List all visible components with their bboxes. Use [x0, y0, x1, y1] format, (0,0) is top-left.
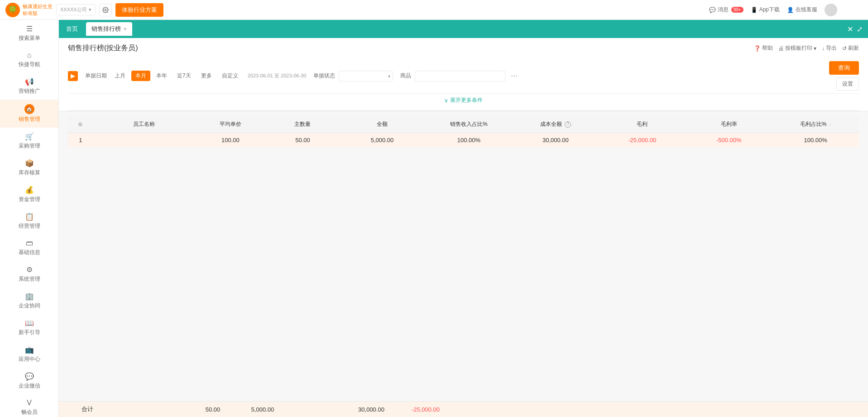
sidebar-wechat-label: 企业微信 [19, 382, 40, 390]
avatar[interactable] [825, 4, 837, 16]
app-download-btn[interactable]: 📱 App下载 [751, 6, 780, 14]
page-header: 销售排行榜(按业务员) ❓ 帮助 🖨 按模板打印 ▾ [59, 38, 868, 111]
th-gross-label: 毛利 [637, 121, 647, 127]
date-filter-label: 单据日期 [85, 72, 107, 80]
cell-gross: -25,000.00 [599, 133, 686, 148]
date-tab-7days[interactable]: 近7天 [173, 71, 195, 81]
status-select[interactable] [339, 71, 393, 81]
trial-button[interactable]: 体验行业方案 [115, 3, 163, 17]
help-label: 帮助 [762, 44, 773, 52]
status-filter-group: 单据状态 [313, 71, 393, 81]
expand-chevron-icon: ∨ [444, 97, 448, 104]
sidebar-item-purchase[interactable]: 🛒 采购管理 [0, 128, 58, 154]
th-gross-rate-label: 毛利率 [721, 121, 737, 127]
filter-toggle-btn[interactable]: ▶ [68, 71, 78, 81]
date-tab-last-month[interactable]: 上月 [110, 71, 129, 81]
tab-bar: 首页 销售排行榜 × ✕ ⤢ [59, 20, 868, 38]
enterprise-icon: 🏢 [25, 292, 34, 301]
company-name: XXXXX公司 [60, 6, 87, 13]
footer-row: 合计 50.00 5,000.00 30,000.00 -25,000.00 [68, 405, 859, 413]
sidebar-item-enterprise[interactable]: 🏢 企业协同 [0, 288, 58, 314]
help-link[interactable]: ❓ 帮助 [754, 44, 773, 52]
sidebar-inventory-label: 库存核算 [19, 169, 40, 177]
tab-home[interactable]: 首页 [59, 20, 85, 38]
sidebar-system-label: 系统管理 [19, 275, 40, 283]
settings-icon-btn[interactable] [99, 4, 112, 16]
sidebar: ☰ 搜索菜单 ⌂ 快捷导航 📢 营销推广 🏠 销售管理 🛒 采购管理 📦 库 [0, 20, 59, 417]
search-button[interactable]: 查询 [829, 61, 859, 75]
goods-input[interactable] [415, 71, 505, 81]
data-table: ⚙ 员工名称 平均单价 主数量 [68, 116, 859, 148]
date-tab-more[interactable]: 更多 [197, 71, 216, 81]
date-tabs: 上月 本月 本年 近7天 更多 自定义 [110, 71, 242, 81]
sidebar-guide-label: 新手引导 [19, 329, 40, 336]
wechat-icon: 💬 [25, 372, 34, 381]
sidebar-apps-label: 应用中心 [19, 355, 40, 363]
set-button[interactable]: 设置 [836, 77, 859, 91]
footer-amount: 5,000.00 [235, 406, 290, 413]
logo-area: 🍀 畅康通好生意 标准版 [5, 3, 53, 17]
th-amount: 全额 [339, 116, 425, 133]
sidebar-item-apps[interactable]: 📺 应用中心 [0, 341, 58, 368]
sidebar-basic-label: 基础信息 [19, 249, 40, 256]
sidebar-item-nav[interactable]: ⌂ 快捷导航 [0, 47, 58, 73]
status-filter-label: 单据状态 [313, 72, 335, 80]
logo-icon: 🍀 [5, 3, 20, 17]
sidebar-item-basic[interactable]: 🗃 基础信息 [0, 235, 58, 261]
th-employee-name-label: 员工名称 [133, 121, 155, 127]
export-link[interactable]: ↓ 导出 [822, 44, 837, 52]
tab-expand-btn[interactable]: ⤢ [857, 25, 863, 34]
refresh-link[interactable]: ↺ 刷新 [842, 44, 859, 52]
tab-label: 销售排行榜 [91, 25, 121, 33]
th-settings: ⚙ [68, 116, 93, 133]
sidebar-item-wechat[interactable]: 💬 企业微信 [0, 368, 58, 394]
sidebar-item-operation[interactable]: 📋 经营管理 [0, 208, 58, 235]
app-download-label: App下载 [759, 6, 780, 14]
print-link[interactable]: 🖨 按模板打印 ▾ [778, 44, 816, 52]
tab-close-window-btn[interactable]: ✕ [847, 25, 853, 34]
top-bar-right: 💬 消息 99+ 📱 App下载 👤 在线客服 [709, 4, 863, 16]
apps-icon: 📺 [25, 345, 34, 354]
table-header-row: ⚙ 员工名称 平均单价 主数量 [68, 116, 859, 133]
tab-close-btn[interactable]: × [124, 26, 127, 32]
cell-gross-pct: 100.00% [772, 133, 859, 148]
date-tab-custom[interactable]: 自定义 [218, 71, 242, 81]
table-footer: 合计 50.00 5,000.00 30,000.00 -25,000.00 [59, 401, 868, 417]
sidebar-item-inventory[interactable]: 📦 库存核算 [0, 154, 58, 181]
sidebar-item-marketing[interactable]: 📢 营销推广 [0, 73, 58, 100]
page-actions: ❓ 帮助 🖨 按模板打印 ▾ ↓ 导出 [754, 44, 859, 52]
sidebar-item-system[interactable]: ⚙ 系统管理 [0, 261, 58, 288]
tab-right-buttons: ✕ ⤢ [847, 25, 868, 34]
table-body: 1 100.00 50.00 5,000.00 100.00% 30,000.0… [68, 133, 859, 148]
th-avg-price: 平均单价 [194, 116, 267, 133]
footer-qty: 50.00 [190, 406, 235, 413]
th-cost: 成本全额 ? [512, 116, 599, 133]
expand-button[interactable]: ∨ 展开更多条件 [444, 96, 483, 104]
action-buttons: 查询 设置 [829, 61, 859, 91]
message-btn[interactable]: 💬 消息 99+ [709, 6, 743, 14]
th-cost-label: 成本全额 [540, 121, 562, 127]
sidebar-nav-label: 快捷导航 [19, 61, 40, 68]
company-selector[interactable]: XXXXX公司 ▾ [56, 4, 96, 15]
operation-icon: 📋 [25, 212, 34, 221]
sidebar-item-finance[interactable]: 💰 资金管理 [0, 181, 58, 208]
table-settings-gear-icon[interactable]: ⚙ [78, 121, 83, 128]
sidebar-item-sales[interactable]: 🏠 销售管理 [0, 100, 58, 128]
sidebar-item-search[interactable]: ☰ 搜索菜单 [0, 20, 58, 47]
online-service-btn[interactable]: 👤 在线客服 [787, 6, 817, 14]
footer-cost: 30,000.00 [344, 406, 398, 413]
page-title: 销售排行榜(按业务员) [68, 43, 138, 53]
more-filters-btn[interactable]: ··· [511, 71, 518, 81]
tab-sales-ranking[interactable]: 销售排行榜 × [86, 22, 132, 36]
date-tab-this-year[interactable]: 本年 [152, 71, 171, 81]
th-avg-price-label: 平均单价 [220, 121, 241, 127]
table-container: ⚙ 员工名称 平均单价 主数量 [59, 111, 868, 401]
date-filter-group: 单据日期 上月 本月 本年 近7天 更多 自定义 2023-06-01 至 20… [85, 71, 306, 81]
sidebar-item-member[interactable]: V 畅会员 [0, 394, 58, 417]
th-employee-name: 员工名称 [93, 116, 194, 133]
date-tab-this-month[interactable]: 本月 [131, 71, 150, 81]
cost-help-icon[interactable]: ? [565, 121, 571, 128]
sidebar-item-guide[interactable]: 📖 新手引导 [0, 314, 58, 341]
basic-icon: 🗃 [26, 239, 33, 247]
th-qty-label: 主数量 [294, 121, 311, 127]
